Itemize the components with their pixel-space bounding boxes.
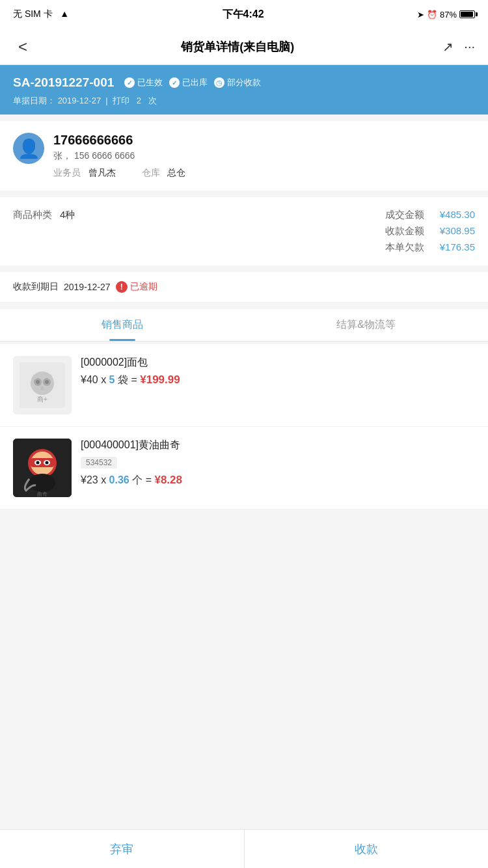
carrier-wifi: 无 SIM 卡 ▲ — [13, 8, 69, 20]
stats-right: 成交金额 ¥485.30 收款金额 ¥308.95 本单欠款 ¥176.35 — [385, 209, 475, 254]
stats-section: 商品种类 4种 成交金额 ¥485.30 收款金额 ¥308.95 本单欠款 ¥… — [0, 197, 488, 265]
cancel-review-button[interactable]: 弃审 — [0, 830, 245, 868]
product-total-2: ¥8.28 — [154, 474, 182, 486]
product-2-image-icon: 曲奇 — [13, 439, 72, 497]
battery-percent: 87% — [440, 10, 457, 20]
products-section: 商+ [0000002]面包 ¥40 x 5 袋 = ¥199.99 — [0, 344, 488, 509]
product-price-2: ¥23 x 0.36 个 = ¥8.28 — [81, 474, 475, 487]
overdue-badge: ! 已逾期 — [116, 281, 157, 293]
owed-row: 本单欠款 ¥176.35 — [385, 241, 475, 254]
back-button[interactable]: < — [13, 33, 33, 61]
svg-text:商+: 商+ — [37, 396, 47, 403]
product-details-2: [000400001]黄油曲奇 534532 ¥23 x 0.36 个 = ¥8… — [81, 439, 475, 487]
product-total-1: ¥199.99 — [140, 373, 180, 386]
svg-rect-13 — [31, 458, 54, 467]
list-item: 曲奇 [000400001]黄油曲奇 534532 ¥23 x 0.36 个 =… — [0, 427, 488, 509]
badge-partial: 部分收款 — [214, 77, 261, 88]
svg-point-18 — [29, 474, 55, 492]
header-banner: SA-20191227-001 已生效 已出库 部分收款 单据日期： 2019-… — [0, 65, 488, 115]
overdue-icon: ! — [116, 281, 128, 293]
customer-info: 17666666666 张， 156 6666 6666 业务员 曾凡杰 仓库 … — [53, 133, 475, 179]
received-value: ¥308.95 — [440, 225, 475, 237]
status-right-icons: ➤ ⏰ 87% — [417, 10, 475, 20]
status-badges: 已生效 已出库 部分收款 — [124, 77, 261, 88]
order-id: SA-20191227-001 — [13, 75, 114, 90]
product-image-1: 商+ — [13, 356, 72, 414]
product-count-field: 商品种类 4种 — [13, 209, 75, 221]
product-name-1: [0000002]面包 — [81, 356, 475, 370]
product-name-2: [000400001]黄油曲奇 — [81, 439, 475, 452]
nav-bar: < 销货单详情(来自电脑) ↗ ··· — [0, 29, 488, 65]
collect-payment-button[interactable]: 收款 — [245, 830, 489, 868]
nav-actions: ↗ ··· — [442, 39, 475, 55]
carrier-text: 无 SIM 卡 — [13, 8, 53, 19]
tab-settlement[interactable]: 结算&物流等 — [244, 309, 488, 341]
page-title: 销货单详情(来自电脑) — [181, 39, 294, 55]
svg-point-16 — [36, 461, 40, 465]
deal-amount-row: 成交金额 ¥485.30 — [385, 209, 475, 221]
battery-fill — [461, 12, 473, 17]
more-button[interactable]: ··· — [464, 39, 475, 54]
status-bar: 无 SIM 卡 ▲ 下午4:42 ➤ ⏰ 87% — [0, 0, 488, 29]
time-display: 下午4:42 — [223, 8, 264, 21]
product-qty-1: 5 — [109, 374, 115, 385]
svg-point-17 — [46, 461, 49, 465]
list-item: 商+ [0000002]面包 ¥40 x 5 袋 = ¥199.99 — [0, 344, 488, 427]
due-section: 收款到期日 2019-12-27 ! 已逾期 — [0, 272, 488, 303]
share-button[interactable]: ↗ — [442, 39, 454, 55]
tabs-container: 销售商品 结算&物流等 — [0, 309, 488, 342]
product-price-1: ¥40 x 5 袋 = ¥199.99 — [81, 373, 475, 387]
product-details-1: [0000002]面包 ¥40 x 5 袋 = ¥199.99 — [81, 356, 475, 387]
header-top: SA-20191227-001 已生效 已出库 部分收款 — [13, 75, 475, 90]
deal-amount-value: ¥485.30 — [440, 209, 475, 221]
svg-point-5 — [45, 380, 49, 384]
product-image-2: 曲奇 — [13, 439, 72, 497]
product-sku-badge: 534532 — [81, 457, 117, 468]
customer-meta: 业务员 曾凡杰 仓库 总仓 — [53, 167, 475, 179]
header-sub: 单据日期： 2019-12-27 | 打印 2 次 — [13, 95, 475, 107]
customer-id: 17666666666 — [53, 133, 475, 148]
bottom-bar: 弃审 收款 — [0, 829, 488, 868]
alarm-icon: ⏰ — [427, 10, 437, 20]
clock-icon — [214, 77, 224, 88]
product-qty-2: 0.36 — [109, 474, 129, 485]
check-icon-2 — [169, 77, 180, 88]
sales-person-field: 业务员 曾凡杰 — [53, 167, 116, 179]
owed-value: ¥176.35 — [440, 241, 475, 254]
received-row: 收款金额 ¥308.95 — [385, 225, 475, 237]
customer-section: 👤 17666666666 张， 156 6666 6666 业务员 曾凡杰 仓… — [0, 121, 488, 191]
customer-name-phone: 张， 156 6666 6666 — [53, 150, 475, 162]
warehouse-field: 仓库 总仓 — [142, 167, 186, 179]
badge-active: 已生效 — [124, 77, 163, 88]
owl-placeholder-icon: 商+ — [20, 362, 65, 408]
tab-products[interactable]: 销售商品 — [0, 309, 244, 341]
check-icon-1 — [124, 77, 135, 88]
wifi-icon: ▲ — [60, 8, 69, 19]
badge-shipped: 已出库 — [169, 77, 208, 88]
avatar-icon: 👤 — [18, 138, 40, 159]
battery-icon — [459, 10, 475, 18]
location-icon: ➤ — [417, 10, 424, 20]
svg-point-4 — [36, 380, 40, 384]
stats-left: 商品种类 4种 — [13, 209, 75, 221]
avatar: 👤 — [13, 133, 44, 164]
svg-text:曲奇: 曲奇 — [37, 491, 47, 497]
